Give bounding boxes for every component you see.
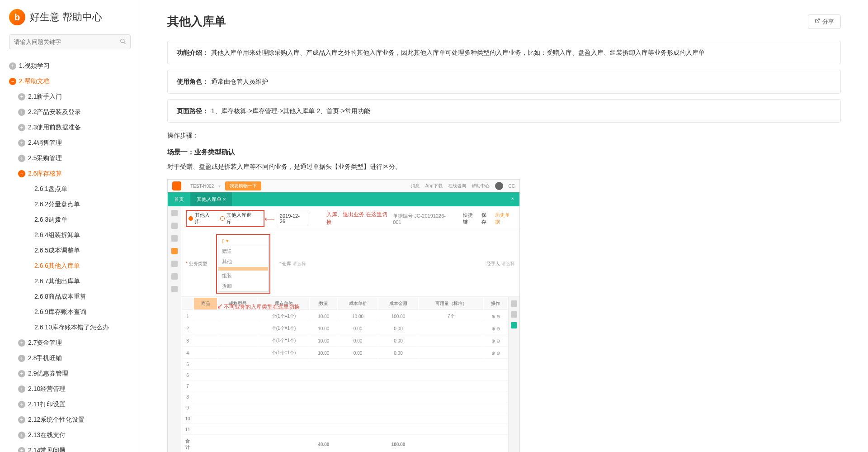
- nav-2-6-4[interactable]: 2.6.4组装拆卸单: [9, 228, 131, 243]
- ss-topbar: TEST-H002 ▾ 我要购物一下 消息 App下载 在线咨询 帮助中心 CC: [168, 180, 519, 192]
- annotation-2: 不同业务的入库类型在这里切换: [224, 304, 300, 310]
- nav-2-5[interactable]: +2.5采购管理: [9, 151, 131, 166]
- scene1-title: 场景一：业务类型确认: [167, 148, 841, 157]
- nav-video-learning[interactable]: +1.视频学习: [9, 58, 131, 74]
- nav-2-6-3[interactable]: 2.6.3调拨单: [9, 212, 131, 228]
- logo-area: b 好生意 帮助中心: [9, 9, 131, 25]
- ss-filter-row: * 业务类型 ▯ ▾ 赠送 其他 组装 拆卸 ↙: [181, 231, 519, 297]
- nav-2-7[interactable]: +2.7资金管理: [9, 335, 131, 351]
- nav-2-2[interactable]: +2.2产品安装及登录: [9, 105, 131, 120]
- intro-label: 功能介绍：: [177, 49, 208, 56]
- plus-icon: +: [18, 124, 25, 131]
- annotation-1: 入库、退出业务 在这里切换: [326, 211, 393, 226]
- plus-icon: +: [18, 109, 25, 116]
- nav-help-docs[interactable]: −2.帮助文档: [9, 74, 131, 89]
- ss-shop-button: 我要购物一下: [225, 181, 261, 190]
- intro-card: 功能介绍：其他入库单用来处理除采购入库、产成品入库之外的其他入库业务，因此其他入…: [167, 41, 841, 64]
- ss-side-icon: [171, 286, 178, 292]
- minus-icon: −: [9, 78, 16, 85]
- nav-2-6[interactable]: −2.6库存核算: [9, 166, 131, 181]
- intro-text: 其他入库单用来处理除采购入库、产成品入库之外的其他入库业务，因此其他入库单可处理…: [211, 49, 705, 56]
- nav-2-6-8[interactable]: 2.6.8商品成本重算: [9, 289, 131, 305]
- ss-tabs: 首页 其他入库单 × ×: [168, 192, 519, 206]
- arrow-icon: ↙: [217, 302, 223, 310]
- plus-icon: +: [18, 401, 25, 408]
- plus-icon: +: [18, 339, 25, 347]
- page-header: 其他入库单 分享: [167, 14, 841, 29]
- scene1-desc: 对于受赠、盘盈或是拆装入库等不同的业务，是通过单据头【业务类型】进行区分。: [167, 161, 841, 172]
- radio-icon: [189, 216, 193, 221]
- plus-icon: +: [18, 155, 25, 162]
- ss-main: 其他入库 其他入库退库 ⟵ 2019-12-26 入库、退出业务 在这里切换 单…: [181, 206, 519, 452]
- radio-icon: [220, 216, 225, 221]
- nav-2-6-9[interactable]: 2.6.9库存账本查询: [9, 305, 131, 320]
- search-input[interactable]: [9, 34, 131, 49]
- search-icon[interactable]: [120, 38, 126, 46]
- share-button[interactable]: 分享: [808, 14, 841, 29]
- arrow-icon: ⟵: [264, 214, 275, 223]
- search-box: [9, 34, 131, 49]
- nav-2-9[interactable]: +2.9优惠券管理: [9, 366, 131, 381]
- ss-table: 商品 规格型号 库存单位 数量 成本单价 成本金额 可用量（标准） 操作 1个(…: [181, 297, 508, 452]
- ss-side-icon: [171, 248, 178, 254]
- svg-point-0: [121, 39, 124, 43]
- role-label: 使用角色：: [177, 78, 208, 85]
- svg-line-2: [817, 19, 820, 22]
- nav-2-6-6[interactable]: 2.6.6其他入库单: [9, 258, 131, 274]
- share-icon: [815, 18, 820, 25]
- nav-2-10[interactable]: +2.10经营管理: [9, 381, 131, 397]
- nav-2-6-7[interactable]: 2.6.7其他出库单: [9, 274, 131, 289]
- ss-right-icon: [511, 300, 517, 307]
- nav-2-3[interactable]: +2.3使用前数据准备: [9, 120, 131, 135]
- ss-tab-home: 首页: [168, 192, 190, 206]
- ss-right-icon: [511, 311, 517, 318]
- sidebar: b 好生意 帮助中心 +1.视频学习 −2.帮助文档 +2.1新手入门 +2.2…: [0, 0, 140, 452]
- plus-icon: +: [18, 432, 25, 439]
- ss-side-icon: [171, 210, 178, 216]
- path-label: 页面路径：: [177, 107, 208, 114]
- page-title: 其他入库单: [167, 14, 226, 29]
- ss-left-sidebar: [168, 206, 181, 452]
- steps-label: 操作步骤：: [167, 132, 841, 140]
- path-card: 页面路径：1、库存核算->库存管理->其他入库单 2、首页->常用功能: [167, 99, 841, 123]
- plus-icon: +: [18, 355, 25, 362]
- nav-2-14[interactable]: +2.14常见问题: [9, 443, 131, 452]
- avatar-icon: [495, 182, 503, 190]
- path-text: 1、库存核算->库存管理->其他入库单 2、首页->常用功能: [211, 107, 370, 114]
- nav-list: +1.视频学习 −2.帮助文档 +2.1新手入门 +2.2产品安装及登录 +2.…: [9, 58, 131, 452]
- nav-2-11[interactable]: +2.11打印设置: [9, 397, 131, 412]
- ss-right-icon: [511, 322, 517, 328]
- nav-2-12[interactable]: +2.12系统个性化设置: [9, 412, 131, 428]
- nav-2-13[interactable]: +2.13在线支付: [9, 428, 131, 443]
- ss-side-icon: [171, 223, 178, 229]
- ss-side-icon: [171, 273, 178, 280]
- nav-2-6-10[interactable]: 2.6.10库存账本错了怎么办: [9, 320, 131, 335]
- nav-2-6-2[interactable]: 2.6.2分量盘点单: [9, 197, 131, 212]
- nav-2-6-1[interactable]: 2.6.1盘点单: [9, 181, 131, 197]
- main-content: 其他入库单 分享 功能介绍：其他入库单用来处理除采购入库、产成品入库之外的其他入…: [140, 0, 868, 452]
- ss-tab-close: ×: [506, 192, 519, 206]
- role-card: 使用角色：通常由仓管人员维护: [167, 70, 841, 93]
- nav-2-4[interactable]: +2.4销售管理: [9, 135, 131, 151]
- minus-icon: −: [18, 170, 25, 177]
- plus-icon: +: [18, 447, 25, 452]
- ss-right-icons: [508, 297, 519, 452]
- svg-line-1: [124, 42, 126, 44]
- nav-2-1[interactable]: +2.1新手入门: [9, 89, 131, 105]
- ss-logo-icon: [172, 181, 181, 190]
- nav-2-8[interactable]: +2.8手机旺铺: [9, 351, 131, 366]
- plus-icon: +: [18, 139, 25, 147]
- ss-tab-form: 其他入库单 ×: [190, 192, 232, 206]
- role-text: 通常由仓管人员维护: [211, 78, 268, 85]
- plus-icon: +: [18, 385, 25, 393]
- ss-side-icon: [171, 235, 178, 242]
- plus-icon: +: [18, 416, 25, 423]
- ss-side-icon: [171, 261, 178, 267]
- embedded-screenshot: TEST-H002 ▾ 我要购物一下 消息 App下载 在线咨询 帮助中心 CC…: [167, 179, 520, 452]
- plus-icon: +: [18, 370, 25, 377]
- plus-icon: +: [9, 62, 16, 70]
- ss-dropdown: ▯ ▾ 赠送 其他 组装 拆卸: [218, 236, 269, 292]
- nav-2-6-5[interactable]: 2.6.5成本调整单: [9, 243, 131, 258]
- logo-text: 好生意 帮助中心: [30, 10, 102, 24]
- plus-icon: +: [18, 93, 25, 100]
